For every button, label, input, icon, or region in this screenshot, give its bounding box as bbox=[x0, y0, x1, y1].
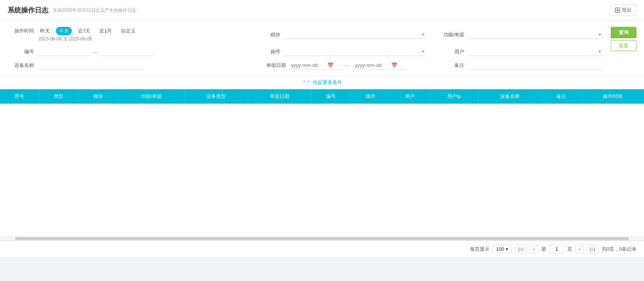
col-module: 模块 bbox=[79, 89, 118, 104]
page-header: 系统操作日志 支持2020年10月31日之后产生的操作日志 导出 bbox=[0, 0, 644, 21]
col-code: 编号 bbox=[311, 89, 351, 104]
module-input[interactable] bbox=[286, 32, 421, 37]
col-user: 用户 bbox=[390, 89, 429, 104]
collapse-up-icon: ⌃⌃ bbox=[302, 80, 310, 85]
feature-label: 功能/单据 bbox=[442, 31, 464, 38]
date-to-input[interactable] bbox=[355, 62, 389, 68]
operation-filter-col: 操作 ▾ bbox=[265, 48, 427, 56]
export-button[interactable]: 导出 bbox=[610, 5, 636, 16]
time-btn-today[interactable]: 今天 bbox=[56, 27, 72, 35]
time-shortcuts: 昨天 今天 近7天 近1月 自定义 bbox=[37, 27, 139, 35]
col-biz-type: 业务类型 bbox=[185, 89, 248, 104]
export-icon bbox=[615, 8, 620, 13]
module-chevron-icon: ▾ bbox=[422, 32, 424, 37]
code-to-input[interactable] bbox=[101, 48, 154, 56]
per-page-label: 每页显示 bbox=[470, 246, 490, 253]
user-filter-col: 用户 ▾ bbox=[442, 48, 603, 56]
user-label: 用户 bbox=[442, 48, 464, 55]
action-buttons: 查询 设置 bbox=[611, 27, 636, 70]
empty-area bbox=[0, 104, 644, 236]
data-table: 序号 类型 模块 功能/单据 业务类型 单据日期 编号 操作 用户 用户ip 设… bbox=[0, 89, 644, 104]
operation-label: 操作 bbox=[265, 48, 280, 55]
calendar-to-icon[interactable]: 📅 bbox=[391, 62, 397, 68]
code-from-input[interactable] bbox=[37, 48, 90, 56]
col-feature: 功能/单据 bbox=[118, 89, 184, 104]
time-btn-7days[interactable]: 近7天 bbox=[75, 27, 93, 35]
time-label: 操作时间 bbox=[8, 28, 34, 34]
time-btn-yesterday[interactable]: 昨天 bbox=[37, 27, 53, 35]
date-to-wrap: 📅 bbox=[353, 61, 406, 70]
pagination: 每页显示 100 ▾ |◁ ‹ 第 1 页 › ▷| 共0页，0条记录 bbox=[0, 241, 644, 257]
query-button[interactable]: 查询 bbox=[611, 27, 636, 38]
user-chevron-icon: ▾ bbox=[599, 49, 601, 54]
feature-select[interactable]: ▾ bbox=[467, 31, 603, 39]
filter-area: 操作时间 昨天 今天 近7天 近1月 自定义 2023-06-06 至 2023… bbox=[0, 21, 644, 76]
module-label: 模块 bbox=[265, 31, 280, 38]
col-operation: 操作 bbox=[351, 89, 390, 104]
page-title: 系统操作日志 bbox=[8, 6, 48, 15]
settings-button[interactable]: 设置 bbox=[611, 40, 636, 51]
last-page-button[interactable]: ▷| bbox=[587, 245, 598, 253]
per-page-chevron-icon: ▾ bbox=[506, 246, 508, 252]
date-dash: — bbox=[345, 63, 350, 68]
table-header: 序号 类型 模块 功能/单据 业务类型 单据日期 编号 操作 用户 用户ip 设… bbox=[0, 89, 644, 104]
operation-select[interactable]: ▾ bbox=[283, 48, 427, 56]
date-from-wrap: 📅 bbox=[289, 61, 342, 70]
device-filter-col: 设备名称 bbox=[8, 61, 250, 70]
feature-chevron-icon: ▾ bbox=[599, 32, 601, 37]
time-btn-custom[interactable]: 自定义 bbox=[118, 27, 139, 35]
col-remark: 备注 bbox=[542, 89, 581, 104]
page-suffix: 页 bbox=[567, 246, 572, 253]
next-page-button[interactable]: › bbox=[575, 245, 584, 253]
remark-filter-col: 备注 bbox=[442, 61, 603, 70]
operation-chevron-icon: ▾ bbox=[422, 49, 424, 54]
horizontal-scrollbar[interactable] bbox=[0, 236, 644, 241]
col-seq: 序号 bbox=[0, 89, 39, 104]
feature-input[interactable] bbox=[469, 32, 597, 37]
title-area: 系统操作日志 支持2020年10月31日之后产生的操作日志 bbox=[8, 6, 136, 15]
collapse-button[interactable]: ⌃⌃ 收起更多条件 bbox=[302, 79, 342, 86]
filter-row-1: 操作时间 昨天 今天 近7天 近1月 自定义 2023-06-06 至 2023… bbox=[8, 27, 603, 42]
col-device: 设备名称 bbox=[478, 89, 542, 104]
col-type: 类型 bbox=[39, 89, 78, 104]
col-voucher-date: 单据日期 bbox=[248, 89, 311, 104]
time-btn-1month[interactable]: 近1月 bbox=[96, 27, 115, 35]
calendar-from-icon[interactable]: 📅 bbox=[327, 62, 334, 68]
code-filter-col: 编号 — bbox=[8, 48, 250, 56]
voucher-date-label: 单据日期 bbox=[265, 62, 286, 69]
date-from-input[interactable] bbox=[291, 62, 325, 68]
prev-page-button[interactable]: ‹ bbox=[530, 245, 538, 253]
remark-input[interactable] bbox=[467, 61, 603, 70]
page-input[interactable]: 1 bbox=[549, 245, 564, 253]
per-page-value: 100 bbox=[496, 246, 504, 252]
device-label: 设备名称 bbox=[8, 62, 34, 69]
device-input[interactable] bbox=[37, 61, 143, 70]
code-label: 编号 bbox=[8, 48, 34, 55]
time-range-display: 2023-06-06 至 2023-06-06 bbox=[39, 36, 92, 42]
page-label: 第 bbox=[541, 246, 546, 253]
per-page-select[interactable]: 100 ▾ bbox=[493, 245, 512, 253]
module-filter-col: 模块 ▾ bbox=[265, 31, 427, 39]
voucher-date-filter-col: 单据日期 📅 — 📅 bbox=[265, 61, 427, 70]
remark-label: 备注 bbox=[442, 62, 464, 69]
user-select[interactable]: ▾ bbox=[467, 48, 603, 56]
collapse-label: 收起更多条件 bbox=[313, 79, 342, 86]
code-dash: — bbox=[93, 49, 98, 55]
header-row: 序号 类型 模块 功能/单据 业务类型 单据日期 编号 操作 用户 用户ip 设… bbox=[0, 89, 644, 104]
module-select[interactable]: ▾ bbox=[283, 31, 427, 39]
total-info: 共0页，0条记录 bbox=[602, 246, 636, 253]
scrollbar-thumb[interactable] bbox=[15, 237, 629, 241]
filter-row-3: 设备名称 单据日期 📅 — 📅 bbox=[8, 61, 603, 70]
page-subtitle: 支持2020年10月31日之后产生的操作日志 bbox=[53, 7, 136, 14]
table-container: 序号 类型 模块 功能/单据 业务类型 单据日期 编号 操作 用户 用户ip 设… bbox=[0, 89, 644, 236]
operation-input[interactable] bbox=[286, 49, 421, 54]
collapse-section: ⌃⌃ 收起更多条件 bbox=[0, 76, 644, 89]
user-input[interactable] bbox=[469, 49, 597, 54]
col-user-ip: 用户ip bbox=[429, 89, 478, 104]
col-op-time: 操作时间 bbox=[581, 89, 644, 104]
filter-row-2: 编号 — 操作 ▾ 用户 bbox=[8, 48, 603, 56]
first-page-button[interactable]: |◁ bbox=[515, 245, 527, 253]
feature-filter-col: 功能/单据 ▾ bbox=[442, 31, 603, 39]
time-filter-col: 操作时间 昨天 今天 近7天 近1月 自定义 2023-06-06 至 2023… bbox=[8, 27, 250, 42]
filter-rows: 操作时间 昨天 今天 近7天 近1月 自定义 2023-06-06 至 2023… bbox=[8, 27, 603, 70]
